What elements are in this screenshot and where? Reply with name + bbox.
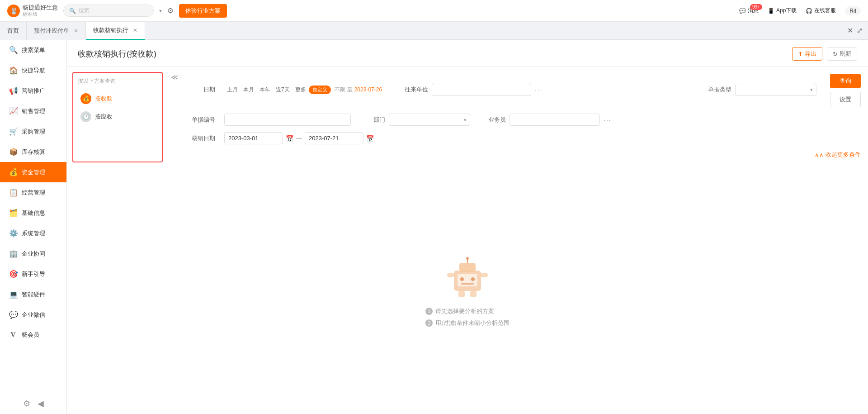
sidebar-item-member[interactable]: V 畅会员 <box>0 325 66 345</box>
search-menu-icon: 🔍 <box>9 46 17 54</box>
sidebar-item-sales[interactable]: 📈 销售管理 <box>0 101 66 121</box>
dept-select-wrapper <box>389 114 470 126</box>
sidebar-label-hardware: 智能硬件 <box>22 290 45 299</box>
sidebar-item-basic[interactable]: 🗂️ 基础信息 <box>0 203 66 223</box>
verify-date-end-input[interactable] <box>305 132 363 144</box>
svg-rect-11 <box>470 291 476 297</box>
filter-option-collection[interactable]: 💰 按收款 <box>78 90 157 108</box>
sidebar-label-marketing: 营销推广 <box>22 87 45 95</box>
sidebar-item-system[interactable]: ⚙️ 系统管理 <box>0 223 66 243</box>
app-name: 畅捷通好生意 <box>23 4 58 11</box>
industry-btn[interactable]: 体验行业方案 <box>179 4 227 18</box>
svg-point-3 <box>471 277 475 281</box>
verify-date-start-input[interactable] <box>224 132 283 144</box>
search-placeholder: 搜索 <box>79 7 90 14</box>
filter-row-1: 日期 上月 本月 本年 近7天 更多 自定义 不限 至 2023-07-26 <box>188 72 861 107</box>
doctype-select-wrapper <box>735 84 816 96</box>
operation-icon: 📋 <box>9 188 17 197</box>
tab-home-label: 首页 <box>7 27 19 35</box>
top-bar: 🐰 畅捷通好生意 标准版 🔍 搜索 ▾ ⚙ 体验行业方案 💬 消息 99+ 📱 … <box>0 0 868 22</box>
sales-icon: 📈 <box>9 107 17 115</box>
settings-btn[interactable]: 设置 <box>830 92 861 107</box>
sidebar-item-newbie[interactable]: 🎯 新手引导 <box>0 264 66 284</box>
app-download-label: App下载 <box>776 7 797 14</box>
sidebar-label-basic: 基础信息 <box>22 209 45 217</box>
salesperson-more-icon[interactable]: ··· <box>604 116 612 124</box>
empty-state: 1 请先选择要分析的方案 2 用[过滤]条件来缩小分析范围 <box>425 255 509 327</box>
filter-collapse-btn[interactable]: ≪ <box>168 67 181 168</box>
tab-collection[interactable]: 收款核销执行 ✕ <box>86 22 145 40</box>
salesperson-input[interactable] <box>509 114 600 126</box>
sidebar-item-hardware[interactable]: 💻 智能硬件 <box>0 284 66 305</box>
sidebar-bottom: ⚙ ◀ <box>0 393 66 414</box>
sidebar-item-wechat[interactable]: 💬 企业微信 <box>0 305 66 325</box>
date-tab-custom[interactable]: 自定义 <box>309 86 331 94</box>
sidebar-item-finance[interactable]: 💰 资金管理 <box>0 162 66 182</box>
docno-label: 单据编号 <box>188 116 215 124</box>
refresh-btn[interactable]: ↻ 刷新 <box>827 47 857 61</box>
phone-icon: 📱 <box>768 8 774 14</box>
message-btn[interactable]: 💬 消息 99+ <box>739 7 759 14</box>
sidebar-item-enterprise[interactable]: 🏢 企业协同 <box>0 243 66 264</box>
wechat-icon: 💬 <box>9 310 17 319</box>
filter-option-receivable[interactable]: 🕐 按应收 <box>78 108 157 126</box>
service-btn[interactable]: 🎧 在线客服 <box>806 7 836 14</box>
sidebar-label-wechat: 企业微信 <box>22 311 45 319</box>
close-tab-btn[interactable]: ✕ <box>847 26 853 35</box>
date-to-text: 至 <box>347 86 353 94</box>
query-btn[interactable]: 查询 <box>830 74 861 88</box>
settings-icon[interactable]: ⚙ <box>167 6 174 15</box>
search-dropdown-icon[interactable]: ▾ <box>159 8 162 14</box>
tab-collection-label: 收款核销执行 <box>93 26 128 34</box>
filter-panel-wrapper: 按以下方案查询 💰 按收款 🕐 按应收 ≪ <box>67 67 868 168</box>
sidebar-item-search[interactable]: 🔍 搜索菜单 <box>0 40 66 60</box>
tab-prepay[interactable]: 预付冲应付单 ✕ <box>27 22 86 40</box>
sidebar-item-operation[interactable]: 📋 经营管理 <box>0 182 66 203</box>
sidebar-label-sales: 销售管理 <box>22 107 45 115</box>
date-tab-7days[interactable]: 近7天 <box>273 85 292 95</box>
receivable-option-icon: 🕐 <box>80 111 91 122</box>
date-value-text: 2023-07-26 <box>354 86 382 93</box>
salesperson-field-group: 业务员 ··· <box>488 114 612 126</box>
expand-tab-btn[interactable]: ⤢ <box>857 26 863 35</box>
partner-field-group: 往来单位 ··· <box>405 84 690 96</box>
sidebar-item-purchase[interactable]: 🛒 采购管理 <box>0 121 66 142</box>
sidebar-label-search: 搜索菜单 <box>22 46 45 54</box>
date-tab-last-month[interactable]: 上月 <box>224 85 241 95</box>
svg-rect-9 <box>481 273 488 277</box>
sidebar-item-quicknav[interactable]: 🏠 快捷导航 <box>0 60 66 81</box>
member-icon: V <box>9 331 17 339</box>
dept-field-group: 部门 <box>373 114 470 126</box>
sidebar-item-marketing[interactable]: 📢 营销推广 <box>0 81 66 101</box>
tab-home[interactable]: 首页 <box>0 22 27 40</box>
doctype-select[interactable] <box>735 84 816 96</box>
app-download-btn[interactable]: 📱 App下载 <box>768 7 797 14</box>
date-tab-this-year[interactable]: 本年 <box>257 85 273 95</box>
search-box[interactable]: 🔍 搜索 <box>63 5 154 17</box>
salesperson-label: 业务员 <box>488 116 506 124</box>
export-icon: ⬆ <box>798 51 803 57</box>
more-conditions-btn[interactable]: ∧∧ 收起更多条件 <box>815 151 861 159</box>
tip-num-1: 1 <box>425 308 433 315</box>
user-profile[interactable]: Rit <box>845 6 861 15</box>
logo-icon: 🐰 <box>7 5 20 17</box>
page-title: 收款核销执行(按收款) <box>78 48 156 65</box>
export-btn[interactable]: ⬆ 导出 <box>792 47 822 61</box>
sidebar-settings-icon[interactable]: ⚙ <box>23 399 30 409</box>
verify-date-end-cal-icon[interactable]: 📅 <box>366 135 374 142</box>
dept-select[interactable] <box>389 114 470 126</box>
sidebar-item-inventory[interactable]: 📦 库存核算 <box>0 142 66 162</box>
empty-illustration <box>445 255 490 300</box>
partner-input[interactable] <box>432 84 531 96</box>
app-logo: 🐰 畅捷通好生意 标准版 <box>7 4 58 17</box>
verify-date-start-cal-icon[interactable]: 📅 <box>286 135 293 142</box>
tip-text-2: 用[过滤]条件来缩小分析范围 <box>435 319 509 327</box>
tab-collection-close[interactable]: ✕ <box>133 27 137 33</box>
date-tab-more[interactable]: 更多 <box>292 85 309 95</box>
tab-bar-actions: ✕ ⤢ <box>847 26 868 35</box>
sidebar-collapse-icon[interactable]: ◀ <box>38 399 44 409</box>
docno-input[interactable] <box>224 114 351 126</box>
tab-prepay-close[interactable]: ✕ <box>74 28 78 34</box>
partner-more-icon[interactable]: ··· <box>535 86 543 93</box>
date-tab-this-month[interactable]: 本月 <box>241 85 257 95</box>
